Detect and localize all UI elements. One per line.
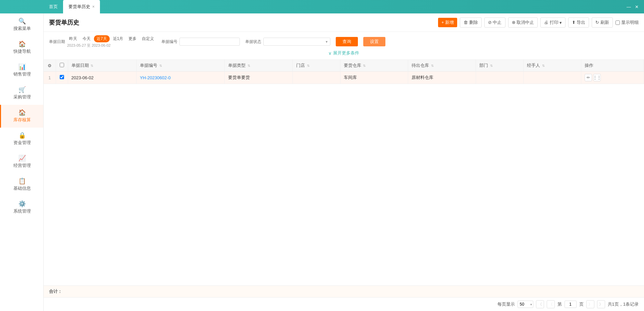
th-department[interactable]: 部门 ⇅ [476, 60, 524, 72]
last1month-shortcut[interactable]: 近1月 [111, 35, 125, 42]
status-select[interactable] [263, 38, 330, 46]
row-edit-btn[interactable]: ✏ [585, 74, 592, 81]
row-department [476, 72, 524, 84]
last-page-btn[interactable]: 》 [597, 300, 605, 308]
lock-icon: 🔒 [18, 132, 26, 138]
expand-more-btn[interactable]: ∨ 展开更多条件 [49, 50, 639, 56]
th-req-warehouse[interactable]: 要货仓库 ⇅ [340, 60, 408, 72]
chart-icon: 📊 [18, 64, 26, 70]
tab-close-icon[interactable]: × [92, 4, 95, 9]
page-title: 要货单历史 [49, 18, 438, 27]
page-number-input[interactable] [565, 301, 577, 308]
sort-bill-date-icon: ⇅ [91, 64, 93, 68]
th-store[interactable]: 门店 ⇅ [292, 60, 340, 72]
first-page-btn[interactable]: 《 [536, 300, 544, 308]
tab-home[interactable]: 首页 [44, 0, 63, 13]
sidebar-item-search-menu[interactable]: 🔍 搜索菜单 [0, 13, 43, 36]
sidebar-item-quick-nav[interactable]: 🏠 快捷导航 [0, 36, 43, 59]
print-dropdown-icon: ▾ [559, 20, 562, 25]
sort-store-icon: ⇅ [307, 64, 310, 68]
row-bill-no[interactable]: YH-20230602-0 [136, 72, 225, 84]
pagination: 每页显示 50 10 20 100 《 〈 第 页 〉 》 共1页，1条记录 [44, 297, 644, 311]
delete-button[interactable]: 🗑 删除 [460, 17, 482, 28]
sidebar-label-operations: 经营管理 [13, 163, 31, 169]
more-shortcut[interactable]: 更多 [126, 35, 139, 42]
show-detail-checkbox-label[interactable]: 显示明细 [615, 19, 639, 26]
row-bill-date: 2023-06-02 [68, 72, 136, 84]
sidebar-item-finance[interactable]: 🔒 资金管理 [0, 128, 43, 150]
operations-icon: 📈 [18, 155, 26, 161]
select-all-checkbox[interactable] [60, 63, 64, 67]
today-shortcut[interactable]: 今天 [80, 35, 93, 42]
yesterday-shortcut[interactable]: 昨天 [67, 35, 79, 42]
row-bill-type: 要货单要货 [225, 72, 292, 84]
page-prefix-label: 第 [557, 301, 562, 307]
top-bar: 首页 要货单历史 × — ✕ [0, 0, 644, 13]
chevron-down-icon: ∨ [328, 51, 332, 56]
th-checkbox [56, 60, 68, 72]
show-detail-checkbox[interactable] [615, 20, 620, 25]
prev-page-btn[interactable]: 〈 [547, 300, 555, 308]
sidebar-item-operations[interactable]: 📈 经营管理 [0, 150, 43, 173]
th-bill-no[interactable]: 单据编号 ⇅ [136, 60, 225, 72]
table-container[interactable]: ⚙ 单据日期 ⇅ 单据编号 ⇅ 单据类型 [44, 60, 644, 285]
window-controls: — ✕ [627, 4, 644, 9]
content-area: 要货单历史 + 新增 🗑 删除 ⊘ 中止 ⊗ 取消中止 🖨 打印 ▾ [44, 13, 644, 311]
row-store [292, 72, 340, 84]
bill-no-input[interactable] [179, 38, 240, 46]
sidebar-label-purchase: 采购管理 [13, 94, 31, 100]
table-row: 1 2023-06-02 YH-20230602-0 要货单要货 车间库 原材料… [44, 72, 644, 84]
row-more-btn[interactable]: ⋮⋮ [593, 74, 601, 81]
th-pending-warehouse[interactable]: 待出仓库 ⇅ [408, 60, 476, 72]
sort-bill-no-icon: ⇅ [159, 64, 162, 68]
status-label: 单据状态 [245, 39, 261, 45]
last7-shortcut[interactable]: 近7天 [94, 35, 110, 42]
export-button[interactable]: ⬆ 导出 [568, 17, 589, 28]
row-checkbox[interactable] [60, 75, 64, 79]
settings-button[interactable]: 设置 [363, 37, 385, 46]
sidebar-item-inventory[interactable]: 🏠 库存核算 [0, 105, 43, 128]
sidebar-item-basic-info[interactable]: 📋 基础信息 [0, 173, 43, 196]
sort-handler-icon: ⇅ [542, 64, 545, 68]
close-btn[interactable]: ✕ [635, 4, 639, 9]
add-button[interactable]: + 新增 [438, 18, 457, 27]
stop-button[interactable]: ⊘ 中止 [484, 17, 505, 28]
status-filter-group: 单据状态 [245, 38, 330, 46]
sidebar-item-system[interactable]: ⚙️ 系统管理 [0, 196, 43, 219]
row-num: 1 [44, 72, 56, 84]
page-header: 要货单历史 + 新增 🗑 删除 ⊘ 中止 ⊗ 取消中止 🖨 打印 ▾ [44, 13, 644, 32]
bill-no-label: 单据编号 [161, 39, 177, 45]
sidebar-item-sales[interactable]: 📊 销售管理 [0, 59, 43, 82]
page-size-wrapper: 50 10 20 100 [518, 301, 533, 308]
table-header-row: ⚙ 单据日期 ⇅ 单据编号 ⇅ 单据类型 [44, 60, 644, 72]
th-handler[interactable]: 经手人 ⇅ [523, 60, 581, 72]
total-info: 共1页，1条记录 [608, 301, 639, 307]
cart-icon: 🛒 [18, 87, 26, 93]
filter-bar: 单据日期 昨天 今天 近7天 近1月 更多 自定义 2023-05-27 至 2… [44, 32, 644, 60]
page-suffix-label: 页 [579, 301, 584, 307]
sidebar-item-purchase[interactable]: 🛒 采购管理 [0, 82, 43, 105]
cancel-stop-button[interactable]: ⊗ 取消中止 [508, 17, 538, 28]
table-footer: 合计： [44, 285, 644, 297]
th-bill-type[interactable]: 单据类型 ⇅ [225, 60, 292, 72]
row-actions: ✏ ⋮⋮ [581, 72, 644, 84]
print-button[interactable]: 🖨 打印 ▾ [540, 17, 566, 28]
th-bill-date[interactable]: 单据日期 ⇅ [68, 60, 136, 72]
filter-row: 单据日期 昨天 今天 近7天 近1月 更多 自定义 2023-05-27 至 2… [49, 35, 639, 48]
row-req-warehouse: 车间库 [340, 72, 408, 84]
th-settings[interactable]: ⚙ [44, 60, 56, 72]
custom-shortcut[interactable]: 自定义 [140, 35, 156, 42]
status-select-wrapper [263, 38, 330, 46]
page-size-select[interactable]: 50 10 20 100 [518, 301, 533, 308]
per-page-label: 每页显示 [497, 301, 515, 307]
refresh-button[interactable]: ↻ 刷新 [592, 17, 613, 28]
bill-no-link[interactable]: YH-20230602-0 [140, 75, 171, 80]
tab-requisition-history[interactable]: 要货单历史 × [63, 0, 100, 13]
sort-department-icon: ⇅ [490, 64, 493, 68]
row-checkbox-cell [56, 72, 68, 84]
sort-req-warehouse-icon: ⇅ [363, 64, 366, 68]
date-shortcuts: 昨天 今天 近7天 近1月 更多 自定义 2023-05-27 至 2023-0… [67, 35, 156, 48]
minimize-btn[interactable]: — [627, 4, 631, 9]
query-button[interactable]: 查询 [336, 37, 358, 46]
next-page-btn[interactable]: 〉 [586, 300, 594, 308]
